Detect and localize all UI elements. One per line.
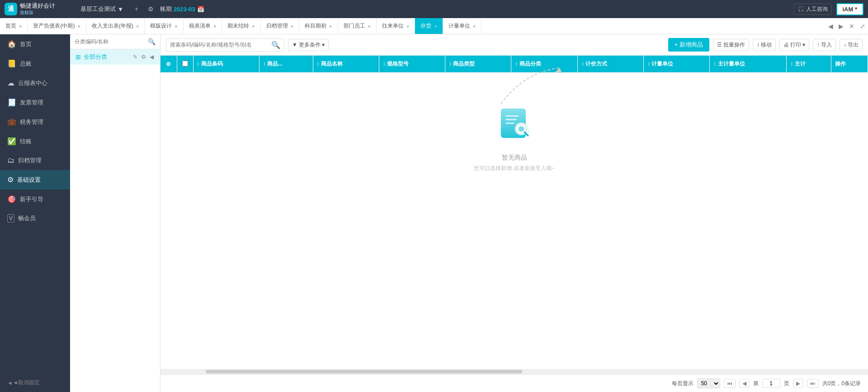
tab-contacts-close[interactable]: × [406,24,409,29]
category-collapse-icon[interactable]: ◀ [149,53,155,61]
sidebar-item-member[interactable]: V 畅会员 [0,209,70,228]
col-unit[interactable]: ↕ 计量单位 [644,56,710,72]
export-btn[interactable]: ↓ 导出 [840,39,863,51]
company-selector[interactable]: 基层工会测试 ▼ [77,5,127,13]
tab-template-close[interactable]: × [175,24,177,29]
calendar-icon[interactable]: 📅 [197,6,204,13]
tab-balance-label: 资产负债表(中期) [33,22,75,30]
page-input[interactable] [762,379,780,388]
col-code[interactable]: ↕ 商品... [259,56,313,72]
print-btn[interactable]: 🖨 打印 ▾ [779,39,809,51]
tab-inventory[interactable]: 存货 × [415,18,443,34]
tab-subject-close[interactable]: × [329,24,332,29]
tab-income[interactable]: 收入支出表(年报) × [86,18,145,34]
col-settings[interactable]: ⚙ [160,56,177,72]
svg-rect-4 [505,115,519,117]
tab-dept-label: 部门员工 [344,22,365,30]
pagination: 每页显示 50 100 200 ⏮ ◀ 第 页 ▶ ⏭ 共0页，0条记录 [160,374,868,392]
col-barcode[interactable]: ↕ 商品条码 [193,56,259,72]
empty-text: 暂无商品 [502,154,527,162]
next-page-btn[interactable]: ▶ [793,379,803,388]
right-content: 🔍 ▼ 更多条件 ▾ + 新增商品 ☰ 批量操作 ↕ 移动 🖨 [160,34,868,392]
app-name: 畅捷通好会计 [20,2,55,9]
tab-maximize[interactable]: ⤢ [857,23,868,30]
main-search-input[interactable] [170,42,269,48]
tab-subject-label: 科目期初 [305,22,326,30]
tab-home[interactable]: 首页 × [0,18,28,34]
tab-home-close[interactable]: × [19,24,22,29]
import-btn[interactable]: ↑ 导入 [813,39,836,51]
batch-label: 批量操作 [723,41,745,49]
tab-unit-close[interactable]: × [473,24,476,29]
tab-scroll-right[interactable]: ▶ [836,23,846,30]
add-product-btn[interactable]: + 新增商品 [668,38,709,52]
tab-contacts-label: 往来单位 [382,22,404,30]
toolbar: 🔍 ▼ 更多条件 ▾ + 新增商品 ☰ 批量操作 ↕ 移动 🖨 [160,34,868,56]
sidebar-item-home[interactable]: 🏠 首页 [0,34,70,54]
sidebar-item-settlement[interactable]: ✅ 结账 [0,132,70,151]
tab-period-end-close[interactable]: × [252,24,255,29]
tab-dept[interactable]: 部门员工 × [338,18,377,34]
tab-inventory-close[interactable]: × [434,24,437,29]
tab-balance[interactable]: 资产负债表(中期) × [28,18,86,34]
sidebar-item-reports[interactable]: ☁ 云报表中心 [0,73,70,93]
help-btn[interactable]: 🎧 人工咨询 [793,4,831,15]
tab-tax-close[interactable]: × [213,24,216,29]
scroll-thumb[interactable] [206,370,522,373]
more-filter-btn[interactable]: ▼ 更多条件 ▾ [288,39,329,51]
horizontal-scrollbar[interactable] [160,369,868,374]
help-icon: 🎧 [797,6,804,12]
sidebar-item-guide[interactable]: 🎯 新手引导 [0,189,70,209]
sidebar-item-invoice[interactable]: 🧾 发票管理 [0,93,70,112]
col-main-unit[interactable]: ↕ 主计量单位 [710,56,787,72]
tab-dept-close[interactable]: × [368,24,371,29]
move-btn[interactable]: ↕ 移动 [753,39,776,51]
tab-close-all[interactable]: ✕ [846,23,857,30]
tab-tax[interactable]: 税表清单 × [184,18,222,34]
sidebar-item-archive[interactable]: 🗂 归档管理 [0,151,70,170]
settings-icon[interactable]: ⚙ [146,5,156,14]
reports-icon: ☁ [7,79,14,87]
category-settings-icon[interactable]: ⚙ [140,53,147,61]
company-name: 基层工会测试 [80,5,116,13]
tab-contacts[interactable]: 往来单位 × [377,18,415,34]
more-filter-label: 更多条件 [299,41,321,49]
col-checkbox[interactable] [177,56,193,72]
tab-unit[interactable]: 计量单位 × [443,18,481,34]
col-spec[interactable]: ↕ 规格型号 [379,56,445,72]
sidebar-item-settings[interactable]: ⚙ 基础设置 [0,170,70,189]
pin-label: ◄取消固定 [13,379,40,387]
sidebar-item-tax[interactable]: 💼 税务管理 [0,112,70,132]
sidebar-archive-label: 归档管理 [18,156,42,165]
tab-template[interactable]: 模版设计 × [145,18,183,34]
first-page-btn[interactable]: ⏮ [724,379,736,388]
category-search-icon[interactable]: 🔍 [148,38,156,45]
tab-scroll-left[interactable]: ◀ [826,23,836,30]
tab-period-end[interactable]: 期末结转 × [222,18,260,34]
last-page-btn[interactable]: ⏭ [807,379,819,388]
per-page-select[interactable]: 50 100 200 [697,378,720,388]
sidebar-pin-toggle[interactable]: ◄ ◄取消固定 [0,373,70,392]
sidebar-settings-label: 基础设置 [17,176,41,184]
col-main-num[interactable]: ↕ 主计 [787,56,831,72]
tab-unit-label: 计量单位 [448,22,470,30]
col-name[interactable]: ↕ 商品名称 [313,56,379,72]
tab-income-close[interactable]: × [136,24,139,29]
iam-btn[interactable]: iAM * [836,3,864,15]
main-search-icon[interactable]: 🔍 [271,41,280,49]
add-tab-btn[interactable]: ＋ [132,4,142,14]
col-price-method[interactable]: ↕ 计价方式 [577,56,643,72]
sidebar-item-ledger[interactable]: 📒 总账 [0,54,70,73]
category-edit-icon[interactable]: ✎ [132,53,138,61]
tab-tax-label: 税表清单 [189,22,211,30]
prev-page-btn[interactable]: ◀ [739,379,750,388]
category-search-input[interactable] [75,38,145,45]
batch-btn[interactable]: ☰ 批量操作 [713,39,749,51]
tab-archive[interactable]: 归档管理 × [261,18,299,34]
tab-balance-close[interactable]: × [77,24,80,29]
tab-subject[interactable]: 科目期初 × [299,18,338,34]
select-all-checkbox[interactable] [182,61,188,66]
tab-archive-label: 归档管理 [266,22,288,30]
category-all[interactable]: ⊞ 全部分类 ✎ ⚙ ◀ [70,49,160,65]
tab-archive-close[interactable]: × [291,24,293,29]
